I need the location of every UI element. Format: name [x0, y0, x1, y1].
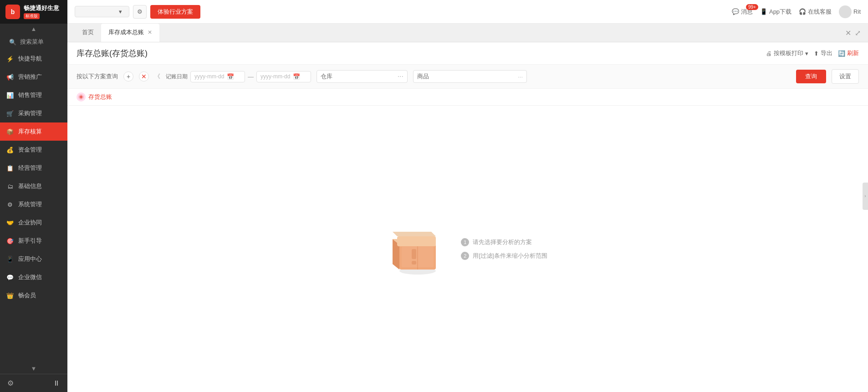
sub-filter: 存货总账: [67, 89, 868, 106]
online-service-label: 在线客服: [808, 8, 832, 16]
sidebar-item-label: 营销推广: [18, 73, 42, 81]
topbar-dropdown[interactable]: ▾: [75, 6, 129, 17]
sidebar-item-purchase[interactable]: 🛒 采购管理: [0, 104, 67, 122]
refresh-button[interactable]: 🔄 刷新: [838, 49, 859, 57]
topbar-settings-button[interactable]: ⚙: [133, 5, 147, 19]
empty-tip-1: 1 请先选择要分析的方案: [461, 238, 547, 246]
sidebar-item-marketing[interactable]: 📢 营销推广: [0, 68, 67, 86]
sidebar-item-wechat[interactable]: 💬 企业微信: [0, 268, 67, 286]
svg-marker-8: [393, 232, 436, 236]
online-service-button[interactable]: 🎧 在线客服: [799, 8, 832, 16]
empty-tip-2: 2 用[过滤]条件来缩小分析范围: [461, 252, 547, 260]
sidebar-footer: ⚙ ⏸: [0, 374, 67, 392]
app-download-button[interactable]: 📱 App下载: [760, 8, 791, 16]
chevron-down-icon: ▾: [119, 8, 122, 15]
logo-text: 畅捷通好生意 标准版: [24, 5, 59, 20]
warehouse-label: 仓库: [321, 72, 398, 81]
filter-toggle[interactable]: 《: [154, 72, 160, 81]
sidebar-item-label: 系统管理: [18, 200, 42, 209]
sidebar-item-apps[interactable]: 📱 应用中心: [0, 250, 67, 268]
right-panel-toggle[interactable]: ›: [863, 183, 868, 210]
sidebar-item-label: 应用中心: [18, 255, 42, 263]
sidebar-item-guide[interactable]: 🎯 新手引导: [0, 232, 67, 250]
sidebar-item-cooperation[interactable]: 🤝 企业协同: [0, 214, 67, 232]
user-profile[interactable]: Rit: [839, 5, 861, 18]
scroll-down[interactable]: ▼: [0, 363, 67, 374]
ledger-icon: [77, 92, 86, 102]
search-icon: 🔍: [9, 39, 16, 46]
refresh-icon: 🔄: [838, 50, 845, 57]
product-filter[interactable]: 商品 ···: [413, 70, 527, 83]
sidebar-item-finance[interactable]: 💰 资金管理: [0, 141, 67, 159]
quick-nav-icon: ⚡: [5, 54, 15, 63]
search-menu[interactable]: 🔍 搜索菜单: [0, 34, 67, 50]
print-dropdown-icon: ▾: [805, 50, 808, 57]
sidebar-item-label: 企业协同: [18, 219, 42, 227]
app-badge: 标准版: [24, 13, 40, 20]
tab-inventory-cost[interactable]: 库存成本总账 ✕: [101, 24, 159, 42]
sidebar-item-basic[interactable]: 🗂 基础信息: [0, 177, 67, 195]
svg-rect-10: [412, 261, 416, 265]
product-label: 商品: [417, 72, 518, 81]
message-button[interactable]: 💬 消息 99+: [732, 8, 753, 16]
filter-add-button[interactable]: +: [123, 71, 133, 81]
date-filter: 记账日期 yyyy-mm-dd 📅 — yyyy-mm-dd 📅: [166, 71, 311, 82]
date-end-input[interactable]: yyyy-mm-dd 📅: [256, 71, 311, 82]
export-button[interactable]: ⬆ 导出: [814, 49, 832, 57]
sidebar-item-label: 企业微信: [18, 273, 42, 281]
date-start-input[interactable]: yyyy-mm-dd 📅: [190, 71, 245, 82]
svg-rect-9: [412, 249, 416, 259]
apps-icon: 📱: [5, 255, 15, 264]
sidebar-item-quick-nav[interactable]: ⚡ 快捷导航: [0, 50, 67, 68]
tab-close-button[interactable]: ✕: [148, 29, 152, 36]
basic-icon: 🗂: [5, 182, 15, 191]
message-badge: 99+: [746, 4, 758, 10]
sidebar-item-member[interactable]: 👑 畅会员: [0, 286, 67, 305]
warehouse-filter[interactable]: 仓库 ···: [317, 70, 408, 83]
member-icon: 👑: [5, 291, 15, 300]
guide-icon: 🎯: [5, 236, 15, 245]
trial-button[interactable]: 体验行业方案: [150, 5, 200, 19]
tip-1-number: 1: [461, 238, 469, 246]
app-download-label: App下载: [769, 8, 791, 16]
product-more-icon: ···: [518, 73, 523, 80]
settings-footer-icon[interactable]: ⚙: [7, 379, 14, 387]
export-label: 导出: [821, 49, 832, 57]
warehouse-more-icon: ···: [398, 72, 403, 81]
empty-illustration: [388, 222, 443, 276]
empty-tips: 1 请先选择要分析的方案 2 用[过滤]条件来缩小分析范围: [461, 238, 547, 260]
panel-toggle-icon: ›: [864, 193, 866, 199]
inventory-cost-tab-label: 库存成本总账: [108, 28, 144, 36]
app-title: 畅捷通好生意: [24, 5, 59, 12]
sidebar-item-operations[interactable]: 📋 经营管理: [0, 159, 67, 177]
inventory-ledger-filter[interactable]: 存货总账: [77, 92, 112, 102]
expand-icon[interactable]: ⤢: [855, 29, 861, 37]
scroll-up[interactable]: ▲: [0, 24, 67, 34]
inventory-icon: 📦: [5, 127, 15, 136]
logo-icon: b: [5, 5, 20, 19]
sidebar-item-inventory[interactable]: 📦 库存核算: [0, 122, 67, 141]
operations-icon: 📋: [5, 163, 15, 173]
wechat-icon: 💬: [5, 273, 15, 282]
sidebar-item-system[interactable]: ⚙ 系统管理: [0, 195, 67, 214]
close-panel-icon[interactable]: ✕: [845, 29, 851, 37]
cooperation-icon: 🤝: [5, 218, 15, 227]
filter-collapse-button[interactable]: ✕: [139, 71, 149, 81]
query-button[interactable]: 查询: [796, 70, 826, 83]
date-end-placeholder: yyyy-mm-dd: [260, 73, 290, 80]
topbar-left: ▾ ⚙ 体验行业方案: [75, 5, 732, 19]
sidebar-logo: b 畅捷通好生意 标准版: [0, 0, 67, 24]
tab-home[interactable]: 首页: [75, 24, 101, 42]
filter-label: 按以下方案查询: [77, 72, 118, 81]
settings-button[interactable]: 设置: [832, 69, 859, 84]
sidebar-item-label: 快捷导航: [18, 55, 42, 63]
sidebar-item-sales[interactable]: 📊 销售管理: [0, 86, 67, 104]
user-name: Rit: [853, 8, 861, 15]
audio-footer-icon[interactable]: ⏸: [53, 379, 60, 387]
print-button[interactable]: 🖨 按模板打印 ▾: [766, 49, 808, 57]
sidebar-item-label: 销售管理: [18, 91, 42, 99]
tip-1-text: 请先选择要分析的方案: [473, 238, 532, 246]
page-header-actions: 🖨 按模板打印 ▾ ⬆ 导出 🔄 刷新: [766, 49, 859, 57]
svg-rect-7: [397, 236, 436, 246]
tip-2-text: 用[过滤]条件来缩小分析范围: [473, 252, 547, 260]
